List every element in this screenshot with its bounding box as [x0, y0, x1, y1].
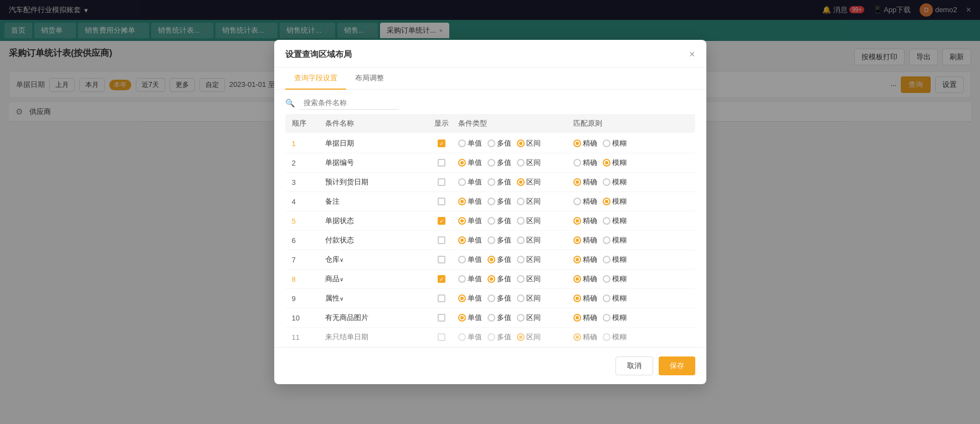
radio-multi-3[interactable]: 多值 — [488, 177, 511, 187]
radio-exact-1[interactable]: 精确 — [573, 138, 597, 148]
radio-range-2[interactable]: 区间 — [517, 158, 541, 168]
cell-display-3[interactable] — [425, 178, 458, 186]
radio-exact-9[interactable]: 精确 — [573, 293, 597, 303]
radio-exact-6[interactable]: 精确 — [573, 235, 597, 245]
search-input[interactable] — [299, 96, 399, 110]
radio-fuzzy-1[interactable]: 模糊 — [603, 138, 627, 148]
checkbox-5[interactable]: ✓ — [438, 217, 445, 225]
cell-display-1[interactable]: ✓ — [425, 139, 458, 147]
radio-multi-9[interactable]: 多值 — [488, 293, 511, 303]
radio-single-1[interactable]: 单值 — [458, 138, 482, 148]
radio-fuzzy-10[interactable]: 模糊 — [603, 313, 627, 323]
radio-fuzzy-8[interactable]: 模糊 — [603, 274, 627, 284]
cell-display-7[interactable] — [425, 256, 458, 263]
radio-circle-single-3 — [458, 178, 466, 186]
radio-fuzzy-6[interactable]: 模糊 — [603, 235, 627, 245]
radio-exact-8[interactable]: 精确 — [573, 274, 597, 284]
radio-exact-4[interactable]: 精确 — [573, 197, 597, 206]
radio-fuzzy-7[interactable]: 模糊 — [603, 255, 627, 265]
radio-fuzzy-5[interactable]: 模糊 — [603, 216, 627, 226]
cell-display-8[interactable]: ✓ — [425, 275, 458, 283]
radio-range-4[interactable]: 区间 — [517, 197, 541, 206]
tab-layout-adjust[interactable]: 布局调整 — [346, 68, 393, 90]
radio-range-6[interactable]: 区间 — [517, 235, 541, 245]
cell-display-6[interactable] — [425, 236, 458, 244]
checkbox-3[interactable] — [438, 178, 445, 186]
radio-multi-10[interactable]: 多值 — [488, 313, 511, 323]
cell-condtype-1: 单值 多值 区间 — [458, 138, 573, 148]
table-row: 2 单据编号 单值 多值 区间 精确 模糊 — [285, 153, 695, 173]
radio-range-11[interactable]: 区间 — [517, 332, 541, 342]
cell-display-4[interactable] — [425, 198, 458, 205]
radio-multi-7[interactable]: 多值 — [488, 255, 511, 265]
radio-multi-8[interactable]: 多值 — [488, 274, 511, 284]
cell-display-10[interactable] — [425, 314, 458, 322]
checkbox-2[interactable] — [438, 159, 445, 167]
radio-range-7[interactable]: 区间 — [517, 255, 541, 265]
radio-single-7[interactable]: 单值 — [458, 255, 482, 265]
radio-multi-2[interactable]: 多值 — [488, 158, 511, 168]
radio-single-11[interactable]: 单值 — [458, 332, 482, 342]
radio-single-4[interactable]: 单值 — [458, 197, 482, 206]
checkbox-1[interactable]: ✓ — [438, 139, 445, 147]
radio-multi-4[interactable]: 多值 — [488, 197, 511, 206]
cell-matchrule-5: 精确 模糊 — [573, 216, 689, 226]
radio-multi-11[interactable]: 多值 — [488, 332, 511, 342]
cell-order-9: 9 — [292, 294, 325, 303]
radio-range-1[interactable]: 区间 — [517, 138, 541, 148]
radio-single-8[interactable]: 单值 — [458, 274, 482, 284]
cell-display-9[interactable] — [425, 294, 458, 302]
checkbox-4[interactable] — [438, 198, 445, 205]
radio-exact-2[interactable]: 精确 — [573, 158, 597, 168]
radio-single-5[interactable]: 单值 — [458, 216, 482, 226]
radio-circle-multi-5 — [488, 217, 495, 225]
checkbox-9[interactable] — [438, 294, 445, 302]
table-row: 5 单据状态 ✓ 单值 多值 区间 精确 模糊 — [285, 211, 695, 231]
cell-display-11[interactable] — [425, 333, 458, 341]
radio-single-6[interactable]: 单值 — [458, 235, 482, 245]
dialog-close-button[interactable]: × — [689, 49, 695, 60]
radio-range-9[interactable]: 区间 — [517, 293, 541, 303]
radio-range-10[interactable]: 区间 — [517, 313, 541, 323]
radio-fuzzy-2[interactable]: 模糊 — [603, 158, 627, 168]
radio-range-3[interactable]: 区间 — [517, 177, 541, 187]
dialog-tabs: 查询字段设置 布局调整 — [274, 68, 706, 90]
radio-circle-single-6 — [458, 236, 466, 244]
checkbox-8[interactable]: ✓ — [438, 275, 445, 283]
radio-single-3[interactable]: 单值 — [458, 177, 482, 187]
cell-matchrule-1: 精确 模糊 — [573, 138, 689, 148]
search-icon: 🔍 — [285, 99, 295, 107]
radio-exact-3[interactable]: 精确 — [573, 177, 597, 187]
radio-exact-10[interactable]: 精确 — [573, 313, 597, 323]
radio-exact-11[interactable]: 精确 — [573, 332, 597, 342]
radio-single-10[interactable]: 单值 — [458, 313, 482, 323]
cell-matchrule-7: 精确 模糊 — [573, 255, 689, 265]
cancel-button[interactable]: 取消 — [615, 356, 653, 375]
radio-exact-5[interactable]: 精确 — [573, 216, 597, 226]
tab-field-settings[interactable]: 查询字段设置 — [285, 68, 346, 90]
cell-condtype-11: 单值 多值 区间 — [458, 332, 573, 342]
radio-range-8[interactable]: 区间 — [517, 274, 541, 284]
radio-fuzzy-9[interactable]: 模糊 — [603, 293, 627, 303]
radio-fuzzy-11[interactable]: 模糊 — [603, 332, 627, 342]
radio-fuzzy-4[interactable]: 模糊 — [603, 197, 627, 206]
radio-exact-7[interactable]: 精确 — [573, 255, 597, 265]
cell-display-2[interactable] — [425, 159, 458, 167]
checkbox-7[interactable] — [438, 256, 445, 263]
table-row: 11 来只结单日期 单值 多值 区间 精确 模糊 — [285, 328, 695, 347]
checkbox-6[interactable] — [438, 236, 445, 244]
radio-single-2[interactable]: 单值 — [458, 158, 482, 168]
radio-fuzzy-3[interactable]: 模糊 — [603, 177, 627, 187]
radio-single-9[interactable]: 单值 — [458, 293, 482, 303]
radio-range-5[interactable]: 区间 — [517, 216, 541, 226]
cell-display-5[interactable]: ✓ — [425, 217, 458, 225]
checkbox-11[interactable] — [438, 333, 445, 341]
cell-matchrule-9: 精确 模糊 — [573, 293, 689, 303]
radio-multi-5[interactable]: 多值 — [488, 216, 511, 226]
radio-multi-1[interactable]: 多值 — [488, 138, 511, 148]
cell-condtype-9: 单值 多值 区间 — [458, 293, 573, 303]
radio-circle-fuzzy-1 — [603, 139, 610, 147]
checkbox-10[interactable] — [438, 314, 445, 322]
save-button[interactable]: 保存 — [659, 356, 695, 375]
radio-multi-6[interactable]: 多值 — [488, 235, 511, 245]
